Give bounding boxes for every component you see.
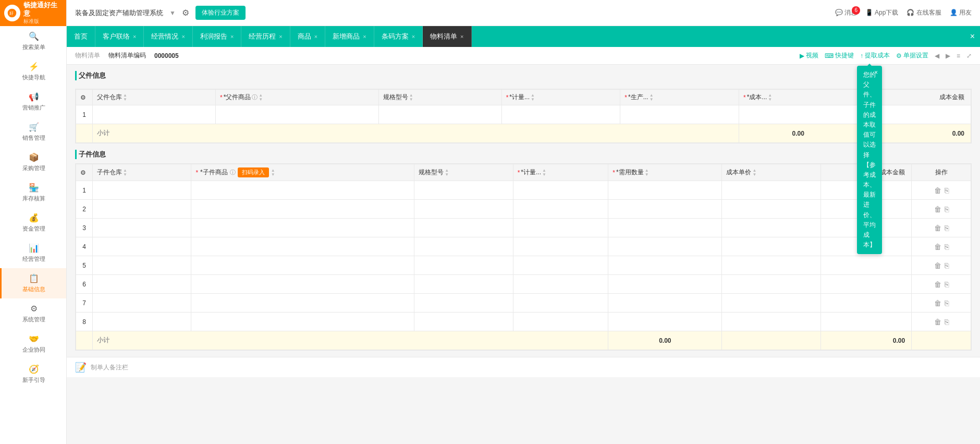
child-row6-copy-icon[interactable]: ⎘ [945, 280, 949, 289]
child-row2-unit[interactable] [513, 200, 608, 219]
child-row5-qty[interactable] [608, 256, 722, 275]
child-row5-delete-icon[interactable]: 🗑 [934, 261, 941, 270]
child-row4-unit-cost[interactable] [722, 237, 820, 256]
child-row7-warehouse[interactable] [93, 294, 191, 313]
child-row5-unit-cost[interactable] [722, 256, 820, 275]
tab-history[interactable]: 经营历程 × [241, 26, 290, 47]
child-row1-unit[interactable] [513, 181, 608, 200]
parent-row1-warehouse[interactable] [93, 105, 216, 124]
child-row6-product[interactable] [191, 275, 414, 294]
child-row3-copy-icon[interactable]: ⎘ [945, 224, 949, 232]
sidebar-item-operations[interactable]: 📊 经营管理 [0, 238, 66, 268]
tab-profit[interactable]: 利润报告 × [193, 26, 241, 47]
tooltip-close-btn[interactable]: × [874, 68, 878, 78]
nav-next[interactable]: ▶ [946, 52, 950, 59]
child-row7-copy-icon[interactable]: ⎘ [945, 299, 949, 307]
child-row8-qty[interactable] [608, 313, 722, 331]
child-row2-product[interactable] [191, 200, 414, 219]
sidebar-item-marketing[interactable]: 📢 营销推广 [0, 87, 66, 117]
child-row5-spec[interactable] [414, 256, 513, 275]
product-info-icon[interactable]: ⓘ [252, 93, 258, 101]
child-row4-warehouse[interactable] [93, 237, 191, 256]
child-row6-unit[interactable] [513, 275, 608, 294]
sidebar-item-basic[interactable]: 📋 基础信息 [0, 268, 66, 298]
child-row6-spec[interactable] [414, 275, 513, 294]
parent-th-settings[interactable]: ⚙ [76, 90, 93, 105]
child-row2-unit-cost[interactable] [722, 200, 820, 219]
close-all-tabs[interactable]: × [965, 32, 980, 41]
child-row8-unit[interactable] [513, 313, 608, 331]
child-row4-qty[interactable] [608, 237, 722, 256]
child-row4-spec[interactable] [414, 237, 513, 256]
sidebar-item-system[interactable]: ⚙ 系统管理 [0, 298, 66, 329]
child-row5-warehouse[interactable] [93, 256, 191, 275]
child-row2-warehouse[interactable] [93, 200, 191, 219]
sidebar-item-sales[interactable]: 🛒 销售管理 [0, 117, 66, 147]
app-download[interactable]: 📱 App下载 [865, 8, 898, 17]
tab-operations-close[interactable]: × [181, 33, 185, 40]
tab-goods[interactable]: 商品 × [290, 26, 325, 47]
child-row6-warehouse[interactable] [93, 275, 191, 294]
child-row2-delete-icon[interactable]: 🗑 [934, 205, 941, 213]
tab-home[interactable]: 首页 [67, 26, 95, 47]
tab-bom-close[interactable]: × [460, 33, 463, 40]
child-row8-copy-icon[interactable]: ⎘ [945, 318, 949, 326]
child-row3-unit-cost[interactable] [722, 219, 820, 237]
sidebar-item-inventory[interactable]: 🏪 库存核算 [0, 177, 66, 208]
child-row3-warehouse[interactable] [93, 219, 191, 237]
parent-row1-cost[interactable] [739, 105, 858, 124]
child-row1-spec[interactable] [414, 181, 513, 200]
child-row8-warehouse[interactable] [93, 313, 191, 331]
sidebar-item-finance[interactable]: 💰 资金管理 [0, 208, 66, 238]
sidebar-item-quicknav[interactable]: ⚡ 快捷导航 [0, 56, 66, 87]
child-row7-unit[interactable] [513, 294, 608, 313]
tab-new-goods[interactable]: 新增商品 × [325, 26, 374, 47]
expand-icon[interactable]: ⤢ [966, 52, 972, 59]
tab-history-close[interactable]: × [279, 33, 282, 40]
parent-row1-prod[interactable] [620, 105, 739, 124]
toolbar-single-settings[interactable]: ⚙ 单据设置 [896, 51, 928, 60]
tab-customer-close[interactable]: × [133, 33, 136, 40]
child-row6-qty[interactable] [608, 275, 722, 294]
message-badge-container[interactable]: 💬 6 消息 [835, 8, 857, 17]
tab-bom[interactable]: 物料清单 × [423, 26, 471, 47]
table-view-icon[interactable]: ≡ [957, 52, 960, 59]
tab-customer[interactable]: 客户联络 × [95, 26, 144, 47]
child-row8-unit-cost[interactable] [722, 313, 820, 331]
toolbar-view[interactable]: ▶ 视频 [800, 51, 818, 60]
child-row3-qty[interactable] [608, 219, 722, 237]
child-row4-unit[interactable] [513, 237, 608, 256]
scan-input-btn[interactable]: 扫码录入 [238, 167, 269, 177]
child-row1-warehouse[interactable] [93, 181, 191, 200]
parent-row1-unit[interactable] [501, 105, 620, 124]
bottom-text[interactable]: 制单人备注栏 [91, 363, 128, 372]
child-row5-unit[interactable] [513, 256, 608, 275]
child-row7-unit-cost[interactable] [722, 294, 820, 313]
tab-goods-close[interactable]: × [314, 33, 317, 40]
topbar-dropdown-icon[interactable]: ▼ [169, 9, 176, 17]
settings-icon[interactable]: ⚙ [182, 8, 189, 18]
child-row5-copy-icon[interactable]: ⎘ [945, 261, 949, 270]
child-row4-copy-icon[interactable]: ⎘ [945, 243, 949, 251]
trial-button[interactable]: 体验行业方案 [195, 6, 246, 20]
child-th-settings[interactable]: ⚙ [76, 164, 93, 181]
child-row3-delete-icon[interactable]: 🗑 [934, 224, 941, 232]
child-row3-unit[interactable] [513, 219, 608, 237]
sidebar-item-enterprise[interactable]: 🤝 企业协同 [0, 329, 66, 359]
child-row1-product[interactable] [191, 181, 414, 200]
child-row1-delete-icon[interactable]: 🗑 [934, 186, 941, 195]
tab-profit-close[interactable]: × [230, 33, 234, 40]
toolbar-extract-cost[interactable]: ↑ 提取成本 [860, 51, 890, 60]
child-row6-delete-icon[interactable]: 🗑 [934, 280, 941, 289]
tab-barcode-close[interactable]: × [412, 33, 415, 40]
user-avatar[interactable]: 👤 用友 [950, 8, 972, 17]
breadcrumb-bom[interactable]: 物料清单 [75, 51, 100, 60]
child-row6-unit-cost[interactable] [722, 275, 820, 294]
child-product-info-icon[interactable]: ⓘ [230, 169, 236, 176]
child-row8-spec[interactable] [414, 313, 513, 331]
child-row2-qty[interactable] [608, 200, 722, 219]
child-row4-delete-icon[interactable]: 🗑 [934, 243, 941, 251]
child-row4-product[interactable] [191, 237, 414, 256]
child-row3-spec[interactable] [414, 219, 513, 237]
child-row3-product[interactable] [191, 219, 414, 237]
